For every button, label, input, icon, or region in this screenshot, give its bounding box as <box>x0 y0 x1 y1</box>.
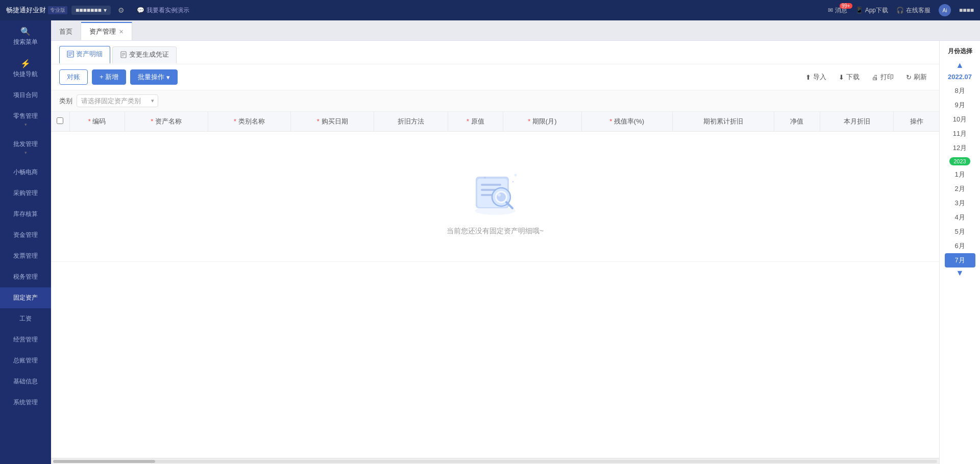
sub-tab-asset-detail[interactable]: 资产明细 <box>59 46 110 64</box>
print-icon: 🖨 <box>872 74 878 81</box>
app-icon: 📱 <box>855 7 863 14</box>
download-icon: ⬇ <box>839 74 844 81</box>
sidebar-item-label: 系统管理 <box>4 398 47 407</box>
month-item-2023-2[interactable]: 2月 <box>945 182 975 196</box>
sidebar-item-label: 批发管理 <box>4 140 47 149</box>
th-monthly-depreciation: 本月折旧 <box>820 112 894 132</box>
empty-row: 当前您还没有固定资产明细哦~ <box>51 132 939 262</box>
brand: 畅捷通好业财 专业版 <box>6 6 67 15</box>
empty-illustration <box>464 167 526 218</box>
month-item-9[interactable]: 9月 <box>945 98 975 112</box>
sidebar-item-invoice[interactable]: 发票管理 <box>0 246 51 266</box>
sidebar-item-label: 发票管理 <box>4 252 47 260</box>
refresh-label: 刷新 <box>914 72 927 82</box>
sidebar-item-ecommerce[interactable]: 小畅电商 <box>0 162 51 183</box>
month-item-2023-6[interactable]: 6月 <box>945 239 975 253</box>
tab-home[interactable]: 首页 <box>51 23 81 40</box>
filter-row: 类别 请选择固定资产类别 ▾ <box>51 90 939 112</box>
download-button[interactable]: ⬇ 下载 <box>835 70 864 84</box>
sidebar-item-fixed-assets[interactable]: 固定资产 <box>0 287 51 308</box>
month-item-2023-4[interactable]: 4月 <box>945 210 975 225</box>
sidebar-item-ledger[interactable]: 总账管理 <box>0 350 51 371</box>
reconcile-label: 对账 <box>67 72 80 82</box>
month-item-11[interactable]: 11月 <box>945 127 975 141</box>
sidebar-quick-nav[interactable]: ⚡ 快捷导航 <box>0 53 51 85</box>
sidebar-quick-nav-label: 快捷导航 <box>4 70 47 79</box>
sidebar-item-wholesale[interactable]: 批发管理 ▾ <box>0 134 51 162</box>
sub-tab-change-voucher-label: 变更生成凭证 <box>129 50 169 59</box>
sidebar-item-label: 经营管理 <box>4 335 47 344</box>
sidebar-search[interactable]: 🔍 搜索菜单 <box>0 20 51 53</box>
th-residual-rate: 残值率(%) <box>581 112 672 132</box>
add-button[interactable]: + 新增 <box>92 69 126 85</box>
month-panel-title: 月份选择 <box>948 45 972 60</box>
sidebar-item-finance[interactable]: 资金管理 <box>0 225 51 246</box>
refresh-icon: ↻ <box>906 74 912 81</box>
svg-rect-11 <box>481 184 501 186</box>
sidebar-item-project[interactable]: 项目合同 <box>0 85 51 106</box>
print-button[interactable]: 🖨 打印 <box>868 70 898 84</box>
sidebar-item-payroll[interactable]: 工资 <box>0 308 51 329</box>
sidebar-item-tax[interactable]: 税务管理 <box>0 266 51 287</box>
reconcile-button[interactable]: 对账 <box>59 69 88 85</box>
demo-link[interactable]: 💬 我要看实例演示 <box>137 6 189 15</box>
sidebar-item-label: 资金管理 <box>4 231 47 239</box>
category-filter-select[interactable]: 请选择固定资产类别 <box>77 94 158 107</box>
download-label: 下载 <box>846 72 860 82</box>
top-bar-right: ✉ 消息 99+ 📱 App下载 🎧 在线客服 Ai ■■■■ <box>828 4 974 16</box>
message-button[interactable]: ✉ 消息 99+ <box>828 6 847 15</box>
sidebar-search-label: 搜索菜单 <box>4 38 47 46</box>
horizontal-scrollbar[interactable] <box>51 458 939 464</box>
svg-point-21 <box>514 174 517 177</box>
th-name: 资产名称 <box>125 112 208 132</box>
empty-text: 当前您还没有固定资产明细哦~ <box>447 227 544 236</box>
sub-tab-change-voucher[interactable]: 变更生成凭证 <box>112 46 177 63</box>
month-item-2023-5[interactable]: 5月 <box>945 225 975 239</box>
month-item-12[interactable]: 12月 <box>945 141 975 155</box>
month-item-2023-1[interactable]: 1月 <box>945 167 975 182</box>
month-item-2023-3[interactable]: 3月 <box>945 196 975 210</box>
headset-icon: 🎧 <box>896 7 904 14</box>
sidebar-item-basics[interactable]: 基础信息 <box>0 371 51 392</box>
th-purchase-date: 购买日期 <box>291 112 374 132</box>
svg-point-19 <box>484 177 486 179</box>
avatar[interactable]: Ai <box>939 4 951 16</box>
select-all-checkbox[interactable] <box>57 117 63 124</box>
assets-table: 编码 资产名称 类别名称 购买日期 折旧方法 原值 期限(月) 残值率(%) 期… <box>51 112 939 262</box>
sidebar-item-purchase[interactable]: 采购管理 <box>0 183 51 204</box>
sidebar-item-inventory[interactable]: 库存核算 <box>0 204 51 225</box>
month-nav-down[interactable]: ▼ <box>956 267 964 279</box>
batch-arrow-icon: ▾ <box>166 74 170 81</box>
month-panel-toggle[interactable]: ◁ <box>939 41 940 71</box>
sidebar-item-label: 税务管理 <box>4 273 47 281</box>
online-service-button[interactable]: 🎧 在线客服 <box>896 6 930 15</box>
tab-close-icon[interactable]: ✕ <box>119 29 124 35</box>
scrollbar-thumb[interactable] <box>53 460 155 463</box>
tab-bar: 首页 资产管理 ✕ <box>51 20 980 41</box>
import-button[interactable]: ⬆ 导入 <box>801 70 830 84</box>
tab-asset-mgmt[interactable]: 资产管理 ✕ <box>81 22 132 40</box>
company-selector[interactable]: ■■■■■■■ ▾ <box>71 6 111 15</box>
sidebar-item-operations[interactable]: 经营管理 <box>0 329 51 350</box>
month-item-8[interactable]: 8月 <box>945 84 975 98</box>
app-download-button[interactable]: 📱 App下载 <box>855 6 888 15</box>
month-item-10[interactable]: 10月 <box>945 112 975 127</box>
toolbar: 对账 + 新增 批量操作 ▾ ⬆ 导入 ⬇ <box>51 64 939 90</box>
refresh-button[interactable]: ↻ 刷新 <box>902 70 931 84</box>
tab-home-label: 首页 <box>59 27 72 36</box>
table-header-row: 编码 资产名称 类别名称 购买日期 折旧方法 原值 期限(月) 残值率(%) 期… <box>51 112 939 132</box>
sidebar-item-label: 零售管理 <box>4 112 47 120</box>
app-download-label: App下载 <box>865 6 888 15</box>
sidebar-item-system[interactable]: 系统管理 <box>0 392 51 413</box>
year-2023-badge: 2023 <box>949 157 970 165</box>
sidebar-item-retail[interactable]: 零售管理 ▾ <box>0 106 51 134</box>
month-item-2023-7[interactable]: 7月 <box>945 253 975 267</box>
message-badge: 99+ <box>840 3 852 9</box>
sidebar-item-label: 项目合同 <box>4 91 47 100</box>
username: ■■■■ <box>959 7 974 14</box>
batch-button[interactable]: 批量操作 ▾ <box>130 69 178 85</box>
settings-icon[interactable]: ⚙ <box>118 6 125 14</box>
th-original-value: 原值 <box>448 112 503 132</box>
category-filter-wrap: 请选择固定资产类别 ▾ <box>77 94 158 107</box>
month-nav-up[interactable]: ▲ <box>956 60 964 71</box>
